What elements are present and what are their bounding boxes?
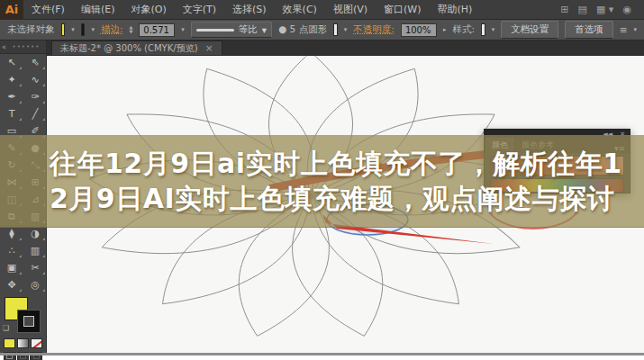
- chevron-down-icon[interactable]: ▾: [344, 26, 348, 33]
- menu-item-type[interactable]: 文字(T): [175, 0, 224, 20]
- app-logo-icon: Ai: [0, 0, 23, 20]
- menu-item-object[interactable]: 对象(O): [122, 0, 174, 20]
- menu-item-window[interactable]: 窗口(W): [376, 0, 429, 20]
- selection-tool[interactable]: ↖: [0, 54, 23, 71]
- stroke-swatch[interactable]: [17, 310, 41, 333]
- cs-live-button[interactable]: ◉: [622, 0, 631, 20]
- color-mode-row: [0, 337, 46, 350]
- line-segment-tool[interactable]: ╱: [23, 105, 47, 122]
- menu-item-file[interactable]: 文件(F): [23, 0, 73, 20]
- stroke-weight-field[interactable]: 0.571: [139, 23, 175, 37]
- stroke-color-swatch[interactable]: [81, 23, 86, 36]
- hand-tool[interactable]: ✥: [0, 276, 23, 293]
- panel-drag-handle[interactable]: ••••••: [13, 43, 41, 50]
- chevron-down-icon[interactable]: ▾: [71, 26, 75, 33]
- menu-item-view[interactable]: 视图(V): [325, 0, 376, 20]
- stroke-profile-preview: [196, 29, 234, 32]
- stroke-stepper[interactable]: ▲▼: [129, 25, 132, 34]
- opacity-field[interactable]: 100%: [401, 23, 437, 37]
- none-button[interactable]: [31, 338, 42, 348]
- chevron-down-icon[interactable]: ▾: [492, 26, 495, 33]
- brush-swatch[interactable]: [333, 23, 338, 36]
- document-tab-bar: 未标题-2* @ 300% (CMYK/预览) ×: [47, 40, 644, 56]
- control-bar: 未选择对象 ▾ ▾ 描边: ▲▼ 0.571▾ 等比▾ ● 5 点圆形 ▾ 不透…: [0, 20, 644, 40]
- menu-item-edit[interactable]: 编辑(E): [73, 0, 123, 20]
- menu-item-effect[interactable]: 效果(C): [275, 0, 325, 20]
- window-bottom-edge: [0, 353, 644, 356]
- chevron-right-icon[interactable]: ▸: [443, 26, 447, 33]
- curvature-tool[interactable]: ✑: [23, 88, 47, 105]
- slice-tool[interactable]: ✂: [23, 259, 47, 276]
- style-swatch[interactable]: [481, 23, 485, 36]
- menu-item-select[interactable]: 选择(S): [224, 0, 275, 20]
- direct-selection-tool[interactable]: ⇖: [23, 54, 47, 71]
- headline-line1: 往年12月9日ai实时上色填充不了，解析往年1: [50, 146, 644, 181]
- artboard-tool[interactable]: ▣: [0, 259, 23, 276]
- chevron-down-icon[interactable]: ▾: [633, 26, 637, 33]
- document-title: 未标题-2* @ 300% (CMYK/预览): [60, 42, 198, 55]
- default-fill-stroke-icon[interactable]: ❏: [3, 324, 9, 332]
- document-setup-button[interactable]: 文档设置: [501, 21, 558, 39]
- stroke-weight-label[interactable]: 描边:: [101, 23, 123, 36]
- headline-line2: 2月9日AI实时上色填充难题，观点阐述与探讨: [50, 181, 644, 216]
- style-label: 样式:: [452, 23, 475, 36]
- width-profile-value: 等比: [239, 23, 258, 36]
- width-profile-dropdown[interactable]: 等比▾: [191, 22, 272, 38]
- document-tab[interactable]: 未标题-2* @ 300% (CMYK/预览) ×: [51, 40, 222, 55]
- brush-definition-value[interactable]: ● 5 点圆形: [278, 23, 327, 36]
- gradient-button[interactable]: [17, 338, 29, 348]
- fill-stroke-swatches: ❏: [0, 295, 46, 337]
- no-selection-label: 未选择对象: [7, 23, 55, 36]
- collapse-panel-icon[interactable]: «: [0, 43, 6, 51]
- lasso-tool[interactable]: ∿: [23, 71, 47, 88]
- chevron-down-icon: ▾: [262, 24, 267, 35]
- opacity-label[interactable]: 不透明度:: [353, 23, 395, 36]
- color-button[interactable]: [4, 338, 15, 348]
- fill-color-swatch[interactable]: [61, 23, 66, 36]
- menu-bar: Ai 文件(F)编辑(E)对象(O)文字(T)选择(S)效果(C)视图(V)窗口…: [0, 0, 644, 20]
- type-tool[interactable]: T: [0, 105, 23, 122]
- preferences-button[interactable]: 首选项: [565, 21, 613, 39]
- headline-overlay: 往年12月9日ai实时上色填充不了，解析往年1 2月9日AI实时上色填充难题，观…: [0, 135, 644, 228]
- close-tab-icon[interactable]: ×: [205, 42, 213, 54]
- workspace-switcher[interactable]: ▦ ▾: [596, 0, 613, 20]
- column-graph-tool[interactable]: ▥: [23, 242, 47, 259]
- chevron-down-icon[interactable]: ▾: [91, 26, 95, 33]
- menu-bar-right-icons: ⊞▤▦ ▾◉: [560, 0, 644, 20]
- zoom-tool[interactable]: ◎: [23, 276, 47, 293]
- chevron-down-icon[interactable]: ▾: [181, 26, 185, 33]
- magic-wand-tool[interactable]: ✦: [0, 71, 23, 88]
- symbol-sprayer-tool[interactable]: ∴: [0, 242, 23, 259]
- pen-tool[interactable]: ✒: [0, 88, 23, 105]
- menu-item-help[interactable]: 帮助(H): [429, 0, 480, 20]
- tools-panel-header[interactable]: « ••••••: [0, 40, 46, 54]
- bridge-button[interactable]: ⊞: [560, 0, 568, 20]
- menu-items: 文件(F)编辑(E)对象(O)文字(T)选择(S)效果(C)视图(V)窗口(W)…: [23, 0, 480, 19]
- illustrator-window: Ai 文件(F)编辑(E)对象(O)文字(T)选择(S)效果(C)视图(V)窗口…: [0, 0, 644, 360]
- align-panel-icon[interactable]: ≡: [620, 24, 628, 35]
- arrange-documents-button[interactable]: ▤: [578, 0, 587, 20]
